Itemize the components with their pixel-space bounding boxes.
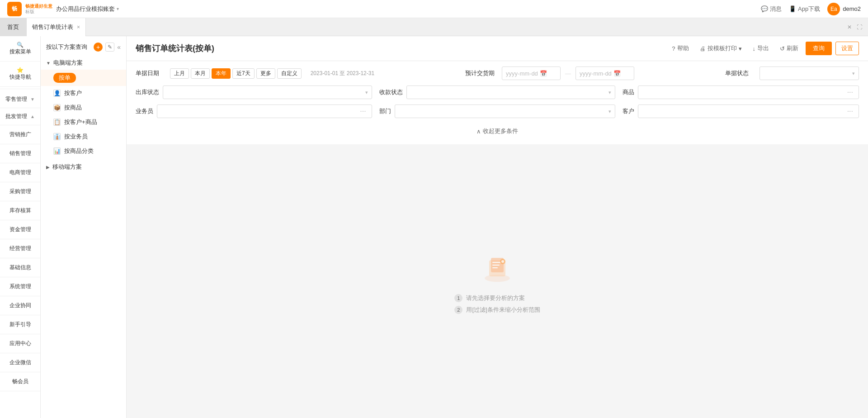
by-order-label: 按单 xyxy=(53,73,76,83)
sidebar-item-wechat[interactable]: 企业微信 xyxy=(0,353,40,372)
tip-text-1: 请先选择要分析的方案 xyxy=(466,294,525,302)
section-label: 电脑端方案 xyxy=(53,59,83,67)
tab-close-button[interactable]: × xyxy=(77,24,80,30)
customer-label: 客户 xyxy=(623,107,634,115)
goods-label: 商品 xyxy=(623,88,634,96)
scheme-panel-actions: + ✎ « xyxy=(94,43,121,52)
customer-more-icon[interactable]: ··· xyxy=(845,107,855,115)
sidebar-item-retail[interactable]: 零售管理 ▼ xyxy=(0,91,40,108)
scheme-item-by-customer-goods[interactable]: 📋 按客户+商品 xyxy=(41,115,126,129)
scheme-item-by-salesman[interactable]: 👔 按业务员 xyxy=(41,129,126,144)
sidebar-item-enterprise[interactable]: 企业协同 xyxy=(0,296,40,315)
mobile-section-label: 移动端方案 xyxy=(52,163,82,171)
date-btn-more[interactable]: 更多 xyxy=(256,68,275,79)
empty-tips: 1 请先选择要分析的方案 2 用[过滤]条件来缩小分析范围 xyxy=(454,294,540,314)
scheme-add-button[interactable]: + xyxy=(94,43,103,52)
goods-icon: 📦 xyxy=(53,104,61,111)
help-button[interactable]: ? 帮助 xyxy=(668,43,692,54)
tab-sales-order[interactable]: 销售订单统计表 × xyxy=(26,18,86,36)
sidebar-item-inventory[interactable]: 库存核算 xyxy=(0,201,40,220)
scheme-item-by-customer[interactable]: 👤 按客户 xyxy=(41,86,126,100)
expected-date-to[interactable]: yyyy-mm-dd 📅 xyxy=(576,66,634,80)
goods-input[interactable]: ··· xyxy=(638,86,859,99)
department-label: 部门 xyxy=(379,107,391,115)
dept-arrow-icon: ▾ xyxy=(609,109,611,114)
delivery-arrow-icon: ▾ xyxy=(365,90,368,95)
payment-block: 收款状态 ▾ xyxy=(379,86,616,99)
scheme-item-by-order[interactable]: 按单 xyxy=(41,70,126,86)
sidebar-search[interactable]: 🔍 搜索菜单 xyxy=(0,36,40,62)
delivery-block: 出库状态 ▾ xyxy=(136,86,372,99)
sidebar-quicknav[interactable]: ⭐ 快捷导航 xyxy=(0,62,40,87)
export-button[interactable]: ↓ 导出 xyxy=(749,43,773,54)
salesman-input[interactable]: ··· xyxy=(157,104,372,118)
goods-block: 商品 ··· xyxy=(623,86,859,99)
scheme-item-by-category[interactable]: 📊 按商品分类 xyxy=(41,144,126,158)
sidebar-item-guide[interactable]: 新手引导 xyxy=(0,315,40,334)
date-btn-this-year[interactable]: 本年 xyxy=(212,68,231,79)
sidebar-item-purchase[interactable]: 采购管理 xyxy=(0,182,40,201)
expected-date-from[interactable]: yyyy-mm-dd 📅 xyxy=(502,66,561,80)
scheme-section-pc-title[interactable]: ▼ 电脑端方案 xyxy=(41,56,126,70)
query-button[interactable]: 查询 xyxy=(806,42,832,55)
tab-home[interactable]: 首页 xyxy=(0,18,26,36)
sidebar-item-member[interactable]: 畅会员 xyxy=(0,372,40,391)
page-title: 销售订单统计表(按单) xyxy=(136,43,214,54)
status-select[interactable]: ▾ xyxy=(760,66,859,80)
delivery-select[interactable]: ▾ xyxy=(163,86,372,99)
by-category-label: 按商品分类 xyxy=(64,147,94,155)
date-btn-custom[interactable]: 自定义 xyxy=(277,68,302,79)
download-action[interactable]: 📱 App下载 xyxy=(789,5,820,13)
minimize-button[interactable]: ✕ xyxy=(846,24,853,30)
sidebar-item-wholesale[interactable]: 批发管理 ▲ xyxy=(0,108,40,125)
by-goods-label: 按商品 xyxy=(64,104,82,112)
maximize-button[interactable]: ⛶ xyxy=(856,24,863,30)
sidebar-item-basic[interactable]: 基础信息 xyxy=(0,258,40,277)
date-btn-7days[interactable]: 近7天 xyxy=(232,68,255,79)
sidebar-item-ecommerce[interactable]: 电商管理 xyxy=(0,163,40,182)
breadcrumb-arrow: ▾ xyxy=(117,6,119,11)
print-button[interactable]: 🖨 按模板打印 ▾ xyxy=(696,43,745,54)
message-icon: 💬 xyxy=(761,5,768,12)
window-controls: ✕ ⛶ xyxy=(846,24,868,30)
scheme-item-by-goods[interactable]: 📦 按商品 xyxy=(41,100,126,115)
breadcrumb-selector[interactable]: 办公用品行业模拟账套 ▾ xyxy=(56,5,119,13)
status-filter-label: 单据状态 xyxy=(725,69,752,77)
sidebar-item-operations[interactable]: 经营管理 xyxy=(0,239,40,258)
tip-num-1: 1 xyxy=(454,294,462,302)
filter-row-2: 出库状态 ▾ 收款状态 ▾ 商品 xyxy=(136,86,859,99)
salesman-more-icon[interactable]: ··· xyxy=(358,107,368,115)
collapse-button[interactable]: ∧ 收起更多条件 xyxy=(136,124,859,139)
message-action[interactable]: 💬 消息 xyxy=(761,5,782,13)
scheme-section-mobile-title[interactable]: ▶ 移动端方案 xyxy=(41,160,126,174)
sidebar-item-system[interactable]: 系统管理 xyxy=(0,277,40,296)
refresh-button[interactable]: ↺ 刷新 xyxy=(776,43,802,54)
payment-select[interactable]: ▾ xyxy=(406,86,616,99)
sidebar-item-marketing[interactable]: 营销推广 xyxy=(0,125,40,144)
sidebar-item-appcenter[interactable]: 应用中心 xyxy=(0,334,40,353)
calendar-from-icon: 📅 xyxy=(540,70,547,77)
sidebar-item-finance[interactable]: 资金管理 xyxy=(0,220,40,239)
empty-state: 1 请先选择要分析的方案 2 用[过滤]条件来缩小分析范围 xyxy=(127,144,868,418)
date-btn-this-month[interactable]: 本月 xyxy=(191,68,210,79)
user-area[interactable]: Ea demo2 xyxy=(827,3,861,15)
customer-input[interactable]: ··· xyxy=(638,104,859,118)
setting-button[interactable]: 设置 xyxy=(835,42,859,55)
date-shortcuts: 上月 本月 本年 近7天 更多 自定义 xyxy=(170,68,302,79)
goods-more-icon[interactable]: ··· xyxy=(845,88,855,96)
scheme-collapse-button[interactable]: « xyxy=(117,43,121,51)
payment-label: 收款状态 xyxy=(379,88,403,96)
customer-block: 客户 ··· xyxy=(623,104,859,118)
department-select[interactable]: ▾ xyxy=(395,104,616,118)
empty-illustration xyxy=(479,249,515,285)
expected-date-label: 预计交货期 xyxy=(465,69,495,77)
sidebar-item-sales[interactable]: 销售管理 xyxy=(0,144,40,163)
date-separator: — xyxy=(565,70,571,77)
collapse-icon: ∧ xyxy=(476,128,481,135)
scheme-panel-header: 按以下方案查询 + ✎ « xyxy=(41,40,126,54)
scheme-edit-button[interactable]: ✎ xyxy=(105,43,114,52)
collapse-label: 收起更多条件 xyxy=(483,127,518,135)
calendar-to-icon: 📅 xyxy=(613,70,621,77)
date-btn-last-month[interactable]: 上月 xyxy=(170,68,189,79)
filter-row-1: 单据日期 上月 本月 本年 近7天 更多 自定义 2023-01-01 至 20… xyxy=(136,66,859,80)
